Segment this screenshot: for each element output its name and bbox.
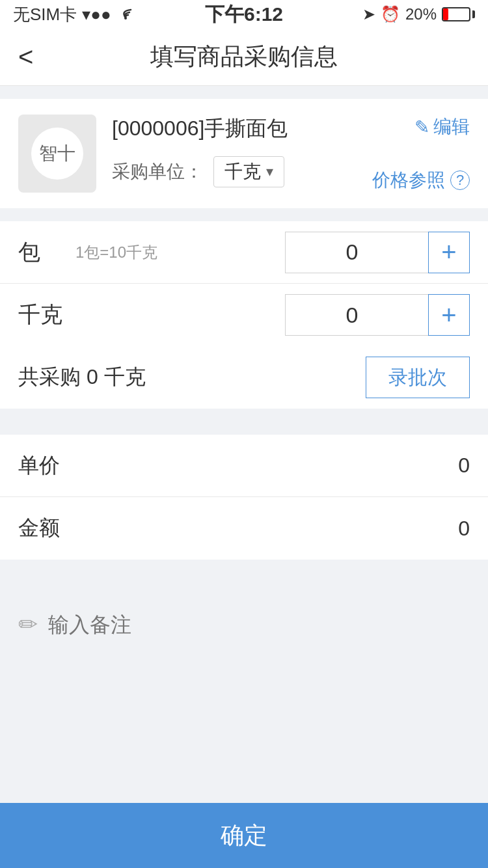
unit-label: 采购单位： [112,159,203,184]
status-left: 无SIM卡 ▾●● [13,3,135,26]
unit-dropdown-icon: ▾ [266,163,273,180]
bag-plus-button[interactable]: + [428,232,470,273]
confirm-label: 确定 [221,820,267,852]
battery-percent: 20% [405,5,437,23]
price-section: 单价 0 金额 0 [0,435,488,560]
amount-value: 0 [458,517,470,541]
product-logo: 智十 [31,128,83,180]
back-button[interactable]: < [18,42,33,72]
nav-bar: < 填写商品采购信息 [0,29,488,86]
status-time: 下午6:12 [205,1,283,28]
kg-input-row: 千克 + [0,284,488,346]
status-right: ➤ ⏰ 20% [362,5,475,23]
carrier-label: 无SIM卡 [13,3,77,26]
bag-input-wrap: + [285,232,470,273]
kg-label: 千克 [18,300,70,330]
kg-input-wrap: + [285,294,470,336]
page-title: 填写商品采购信息 [150,41,338,73]
edit-button[interactable]: ✎ 编辑 [414,115,470,139]
battery-icon [442,7,475,21]
bag-input[interactable] [285,232,428,273]
kg-plus-button[interactable]: + [428,294,470,336]
batch-button[interactable]: 录批次 [366,357,470,398]
status-bar: 无SIM卡 ▾●● 下午6:12 ➤ ⏰ 20% [0,0,488,29]
product-image: 智十 [18,115,96,193]
summary-text: 共采购 0 千克 [18,363,146,392]
unit-value: 千克 [224,159,261,184]
bag-input-row: 包 1包=10千克 + [0,221,488,284]
bag-sub-label: 1包=10千克 [75,242,285,263]
product-card: 智十 [0000006]手撕面包 采购单位： 千克 ▾ ✎ 编辑 价格参照 ? [0,99,488,208]
svg-point-0 [124,17,127,20]
kg-input[interactable] [285,294,428,336]
alarm-icon: ⏰ [381,5,400,23]
price-ref-label: 价格参照 [372,168,445,193]
edit-label: 编辑 [433,115,470,139]
price-ref-button[interactable]: 价格参照 ? [372,168,470,193]
edit-icon: ✎ [414,116,429,138]
unit-price-value: 0 [458,454,470,478]
amount-label: 金额 [18,514,60,543]
wifi-signal-icon [116,5,135,25]
confirm-button[interactable]: 确定 [0,803,488,868]
amount-row: 金额 0 [0,497,488,560]
unit-select[interactable]: 千克 ▾ [213,156,284,187]
input-section: 包 1包=10千克 + 千克 + [0,221,488,346]
location-icon: ➤ [362,5,375,23]
help-icon: ? [450,170,470,190]
note-section: ✏ [0,560,488,690]
divider-1 [0,208,488,221]
logo-text: 智十 [39,141,75,166]
summary-row: 共采购 0 千克 录批次 [0,346,488,409]
unit-price-row: 单价 0 [0,435,488,497]
note-input[interactable] [48,613,470,637]
unit-price-label: 单价 [18,452,60,480]
bag-label: 包 [18,237,70,267]
pencil-icon: ✏ [18,611,38,638]
wifi-icon: ▾●● [82,5,111,25]
divider-2 [0,409,488,422]
